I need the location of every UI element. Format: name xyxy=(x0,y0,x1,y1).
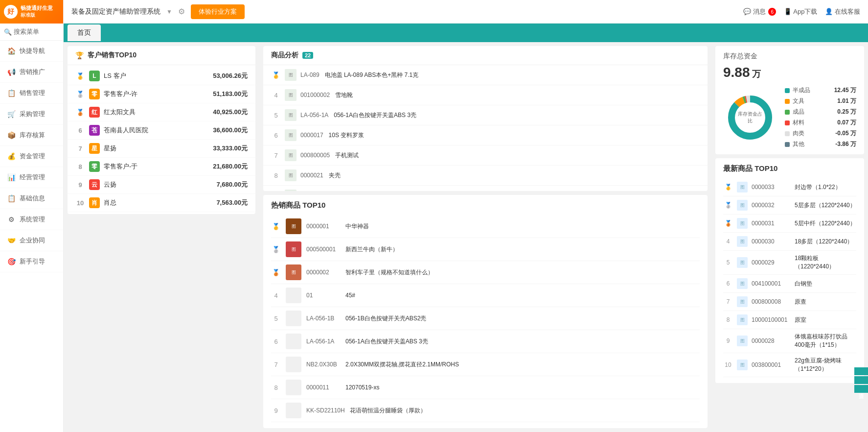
live-btn[interactable]: 直播 xyxy=(854,385,868,393)
product-image: 图 xyxy=(737,336,748,346)
legend-item: 半成品 12.45 万 xyxy=(785,86,856,95)
dropdown-icon[interactable]: ▼ xyxy=(166,8,172,15)
hot-products-title: 热销商品 TOP10 xyxy=(271,201,700,210)
sidebar-item-system[interactable]: ⚙ 系统管理 xyxy=(0,209,63,230)
product-image: 图 xyxy=(285,89,297,101)
product-image: 图 xyxy=(286,241,301,257)
legend-label: 其他 xyxy=(793,140,829,148)
product-image xyxy=(286,288,301,303)
gear-icon[interactable]: ⚙ xyxy=(178,7,185,16)
sidebar-item-sales[interactable]: 📋 销售管理 xyxy=(0,83,63,104)
right-panel: 库存总资金 9.88 万 xyxy=(711,42,868,432)
table-row: 5 LA-056-1B 056-1B白色按键开关壳ABS2壳 xyxy=(271,307,700,330)
rank-number: 8 xyxy=(271,384,281,391)
guide-icon: 🎯 xyxy=(7,258,16,265)
table-row: 8 图 0000021 夹壳 xyxy=(263,166,708,186)
product-info: 000800005 手机测试 xyxy=(300,151,700,160)
customer-ranking-list: 🥇 L LS 客户 53,006.26元 🥈 零 零售客户-许 51,183.0… xyxy=(68,65,255,214)
rank-number: 9 xyxy=(75,181,85,189)
sidebar-item-home[interactable]: 🏠 快捷导航 xyxy=(0,41,63,62)
sidebar-item-label: 新手引导 xyxy=(20,257,45,266)
legend-value: 12.45 万 xyxy=(832,86,856,95)
try-button[interactable]: 体验行业方案 xyxy=(191,4,245,19)
inventory-card: 库存总资金 9.88 万 xyxy=(715,46,864,154)
product-list: 🥇 图 LA-089 电池盖 LA-089 ABS本色+黑种 7.1克 4 图 … xyxy=(263,65,708,191)
service-community-btn[interactable]: 服务社区 xyxy=(854,376,868,384)
sidebar-item-business[interactable]: 📊 经营管理 xyxy=(0,167,63,188)
product-code: 0000002 xyxy=(306,269,341,276)
mid-panel: 商品分析 22 🥇 图 LA-089 电池盖 LA-089 ABS本色+黑种 7… xyxy=(259,42,711,432)
product-name: 智利车子里（规格不知道填什么） xyxy=(345,268,700,277)
product-name: 12070519-xs xyxy=(345,384,700,391)
purchase-icon: 🛒 xyxy=(7,110,16,118)
rank-number: 6 xyxy=(75,127,85,134)
marketing-icon: 📢 xyxy=(7,68,16,76)
table-row: 🥈 图 000500001 新西兰牛肉（新牛） xyxy=(271,238,700,261)
rank-number: 🥇 xyxy=(75,72,85,80)
sidebar-item-label: 基础信息 xyxy=(20,194,45,203)
product-code: 003800001 xyxy=(752,361,791,368)
sidebar-item-label: 采购管理 xyxy=(20,110,45,119)
rank-number: 6 xyxy=(723,280,733,287)
product-image: 图 xyxy=(285,169,297,181)
sidebar: 好 畅捷通好生意 标准版 🔍 搜索菜单 🏠 快捷导航 📢 营销推广 📋 销售管理… xyxy=(0,0,64,432)
product-code: 01 xyxy=(306,292,341,299)
tab-home[interactable]: 首页 xyxy=(68,24,101,41)
product-code: 001000002 xyxy=(300,92,330,98)
sidebar-item-purchase[interactable]: 🛒 采购管理 xyxy=(0,104,63,125)
customer-name: 星扬 xyxy=(104,144,209,153)
product-info: LA-056-1A 056-1A白色按键开关盖ABS 3壳 xyxy=(300,111,700,120)
system-title: 装备及固定资产辅助管理系统 xyxy=(71,7,160,16)
product-code: 0000033 xyxy=(752,184,791,191)
business-icon: 📊 xyxy=(7,173,16,181)
legend-value: -0.05 万 xyxy=(832,129,856,138)
legend-value: 1.01 万 xyxy=(832,97,856,105)
table-row: 9 图 0000028 体饿嘉枝味苏打饮品400毫升（1*15） xyxy=(723,329,856,353)
page-body: 🏆 客户销售TOP10 🥇 L LS 客户 53,006.26元 🥈 零 xyxy=(64,42,868,432)
table-row: 4 图 0000030 18多层（1220*2440） xyxy=(723,233,856,251)
inventory-unit: 万 xyxy=(752,68,761,80)
rank-number: 🥇 xyxy=(271,223,281,230)
system-icon: ⚙ xyxy=(7,216,16,223)
table-row: 🥇 图 LA-089 电池盖 LA-089 ABS本色+黑种 7.1克 xyxy=(263,65,708,85)
product-name: 新西兰牛肉（新牛） xyxy=(345,245,700,254)
msg-badge: 6 xyxy=(768,8,776,16)
sidebar-item-label: 系统管理 xyxy=(20,215,45,224)
sidebar-item-basic-info[interactable]: 📋 基础信息 xyxy=(0,188,63,209)
table-row: 7 NB2.0X30B 2.0X30MM双摆花轴,摆花直径2.1MM/ROHS xyxy=(271,353,700,376)
sidebar-item-inventory[interactable]: 📦 库存核算 xyxy=(0,125,63,146)
inventory-legend: 半成品 12.45 万 文具 1.01 万 成品 0.25 万 xyxy=(785,86,856,148)
product-image: 图 xyxy=(285,129,297,141)
sidebar-search[interactable]: 🔍 搜索菜单 xyxy=(0,24,63,41)
sidebar-item-collab[interactable]: 🤝 企业协同 xyxy=(0,230,63,251)
inventory-icon: 📦 xyxy=(7,131,16,139)
search-icon: 🔍 xyxy=(4,28,12,36)
basic-info-icon: 📋 xyxy=(7,194,16,202)
product-image xyxy=(286,380,301,395)
product-image xyxy=(286,403,301,418)
message-area[interactable]: 💬 消息 6 xyxy=(743,7,776,16)
product-name: 体饿嘉枝味苏打饮品400毫升（1*15） xyxy=(795,333,856,349)
home-icon: 🏠 xyxy=(7,47,16,55)
sidebar-item-finance[interactable]: 💰 资金管理 xyxy=(0,146,63,167)
sales-icon: 📋 xyxy=(7,89,16,97)
table-row: 4 图 001000002 雪地靴 xyxy=(263,85,708,105)
rank-number: 🥈 xyxy=(723,202,733,209)
sidebar-item-guide[interactable]: 🎯 新手引导 xyxy=(0,251,63,272)
legend-item: 材料 0.07 万 xyxy=(785,119,856,127)
product-code: LA-089 xyxy=(300,72,320,78)
table-row: 🥈 图 0000032 5层多层（1220*2440） xyxy=(723,196,856,215)
product-name: 45# xyxy=(345,292,700,299)
sidebar-item-label: 库存核算 xyxy=(20,131,45,140)
product-image: 图 xyxy=(737,218,748,229)
product-image: 图 xyxy=(285,190,297,191)
app-download[interactable]: 📱 App下载 xyxy=(784,7,817,16)
rank-number: 7 xyxy=(723,298,733,305)
product-code: LA-056-1A xyxy=(306,338,341,345)
product-image xyxy=(286,334,301,349)
sidebar-item-marketing[interactable]: 📢 营销推广 xyxy=(0,62,63,83)
customer-service-btn[interactable]: 客服热线 xyxy=(854,367,868,375)
product-code: 0000030 xyxy=(752,238,791,245)
online-service[interactable]: 👤 在线客服 xyxy=(825,7,860,16)
search-label: 搜索菜单 xyxy=(14,27,39,36)
